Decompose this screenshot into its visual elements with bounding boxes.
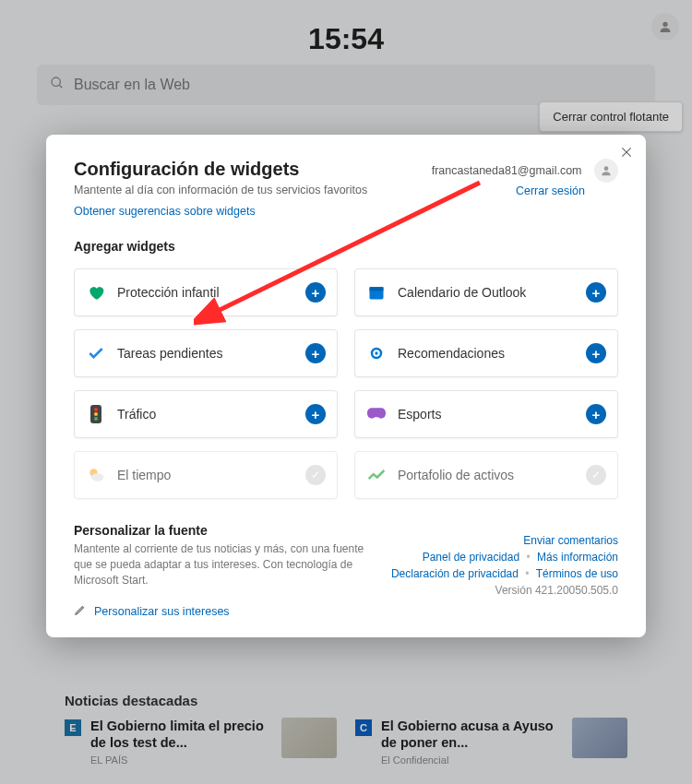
svg-point-5 bbox=[604, 166, 609, 171]
terms-link[interactable]: Términos de uso bbox=[536, 567, 618, 580]
svg-point-15 bbox=[91, 473, 103, 481]
widget-row-stocks[interactable]: Portafolio de activos ✓ bbox=[354, 451, 618, 499]
close-modal-button[interactable] bbox=[620, 146, 633, 162]
weather-icon bbox=[86, 465, 106, 485]
add-widget-button[interactable]: + bbox=[586, 404, 606, 424]
add-widget-button[interactable]: + bbox=[586, 282, 606, 303]
person-icon bbox=[600, 164, 613, 177]
signout-link[interactable]: Cerrar sesión bbox=[432, 184, 585, 197]
calendar-icon bbox=[366, 282, 387, 303]
widget-settings-modal: Configuración de widgets Mantente al día… bbox=[46, 135, 646, 637]
add-widgets-label: Agregar widgets bbox=[74, 239, 618, 254]
widget-label: El tiempo bbox=[117, 468, 305, 482]
widget-row-weather[interactable]: El tiempo ✓ bbox=[74, 451, 338, 499]
svg-point-9 bbox=[375, 351, 377, 354]
footer-links: Enviar comentarios Panel de privacidad •… bbox=[391, 534, 618, 597]
account-email: francastaneda81@gmail.com bbox=[432, 164, 582, 177]
svg-rect-7 bbox=[370, 287, 384, 291]
add-widget-button[interactable]: + bbox=[586, 343, 606, 363]
personalize-interests-label: Personalizar sus intereses bbox=[94, 605, 230, 618]
widget-added-indicator: ✓ bbox=[305, 465, 326, 485]
privacy-panel-link[interactable]: Panel de privacidad bbox=[423, 551, 519, 564]
svg-point-11 bbox=[94, 408, 98, 411]
widget-row-todo[interactable]: Tareas pendientes + bbox=[74, 329, 338, 377]
svg-point-13 bbox=[94, 417, 98, 421]
widget-label: Protección infantil bbox=[117, 285, 305, 300]
esports-icon bbox=[366, 404, 387, 424]
close-icon bbox=[620, 146, 633, 159]
pencil-icon bbox=[74, 603, 87, 619]
widget-row-esports[interactable]: Esports + bbox=[354, 390, 618, 438]
widget-row-calendar[interactable]: Calendario de Outlook + bbox=[354, 268, 618, 316]
feedback-link[interactable]: Enviar comentarios bbox=[523, 534, 618, 547]
widget-row-traffic[interactable]: Tráfico + bbox=[74, 390, 338, 438]
suggestions-link[interactable]: Obtener sugerencias sobre widgets bbox=[74, 205, 256, 218]
widget-label: Recomendaciones bbox=[398, 346, 586, 361]
add-widget-button[interactable]: + bbox=[305, 282, 326, 303]
tips-icon bbox=[366, 343, 387, 363]
traffic-icon bbox=[86, 404, 106, 424]
widget-label: Tareas pendientes bbox=[117, 346, 305, 361]
svg-point-12 bbox=[94, 412, 98, 416]
stocks-icon bbox=[366, 465, 387, 485]
privacy-declaration-link[interactable]: Declaración de privacidad bbox=[391, 567, 519, 580]
widget-row-tips[interactable]: Recomendaciones + bbox=[354, 329, 618, 377]
account-block: francastaneda81@gmail.com Cerrar sesión bbox=[432, 159, 618, 197]
widget-label: Calendario de Outlook bbox=[398, 285, 586, 300]
widget-grid: Protección infantil + Calendario de Outl… bbox=[74, 268, 618, 499]
add-widget-button[interactable]: + bbox=[305, 404, 326, 424]
family-icon bbox=[86, 282, 106, 303]
todo-icon bbox=[86, 343, 106, 363]
widget-label: Tráfico bbox=[117, 407, 305, 422]
account-avatar[interactable] bbox=[594, 159, 618, 183]
personalize-interests-link[interactable]: Personalizar sus intereses bbox=[74, 603, 230, 619]
more-info-link[interactable]: Más información bbox=[537, 551, 618, 564]
widget-row-family[interactable]: Protección infantil + bbox=[74, 268, 338, 316]
personalize-description: Mantente al corriente de tus noticias y … bbox=[74, 541, 369, 588]
widget-label: Portafolio de activos bbox=[398, 468, 586, 482]
add-widget-button[interactable]: + bbox=[305, 343, 326, 363]
widget-added-indicator: ✓ bbox=[586, 465, 606, 485]
widget-label: Esports bbox=[398, 407, 586, 422]
version-label: Versión 421.20050.505.0 bbox=[391, 584, 618, 597]
